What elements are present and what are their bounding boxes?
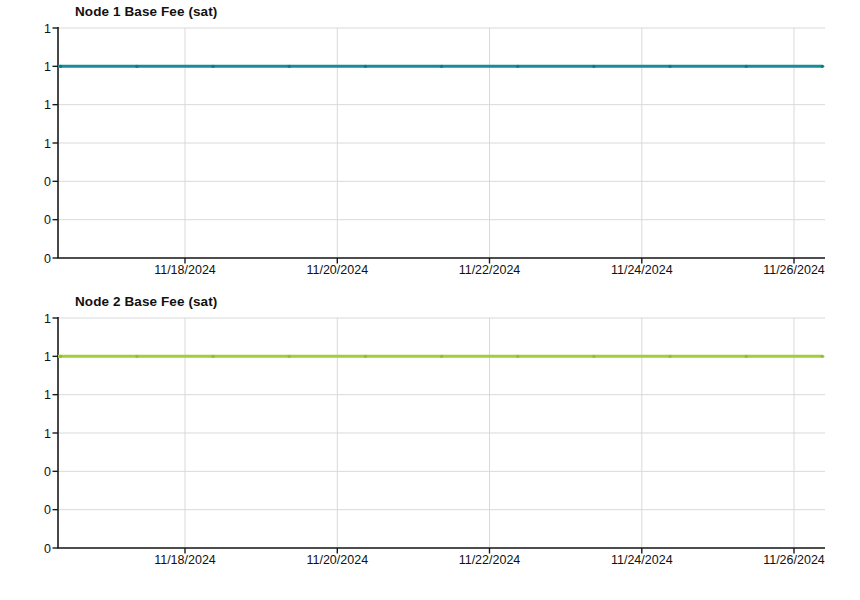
y-tick-label: 1 <box>44 427 51 441</box>
y-tick-label: 1 <box>44 388 51 402</box>
series-point-marker <box>592 355 595 358</box>
series-point-marker <box>135 65 138 68</box>
charts-page: Node 1 Base Fee (sat) 111100011/18/20241… <box>0 0 860 600</box>
y-tick-label: 1 <box>44 22 51 36</box>
series-point-marker <box>59 65 62 68</box>
series-point-marker <box>592 65 595 68</box>
series-point-marker <box>516 65 519 68</box>
x-tick-label: 11/26/2024 <box>763 263 825 277</box>
chart-plot-node1: 111100011/18/202411/20/202411/22/202411/… <box>0 0 860 290</box>
series-point-marker <box>288 355 291 358</box>
series-point-marker <box>821 65 824 68</box>
x-tick-label: 11/22/2024 <box>459 553 521 567</box>
y-tick-label: 0 <box>44 503 51 517</box>
x-tick-label: 11/20/2024 <box>306 553 368 567</box>
x-tick-label: 11/18/2024 <box>154 553 216 567</box>
series-point-marker <box>668 355 671 358</box>
series-point-marker <box>364 355 367 358</box>
y-tick-label: 0 <box>44 175 51 189</box>
chart-node2-base-fee: Node 2 Base Fee (sat) 111100011/18/20241… <box>0 290 860 580</box>
y-tick-label: 0 <box>44 252 51 266</box>
series-point-marker <box>745 65 748 68</box>
y-tick-label: 0 <box>44 542 51 556</box>
y-tick-label: 0 <box>44 213 51 227</box>
x-tick-label: 11/22/2024 <box>459 263 521 277</box>
series-point-marker <box>364 65 367 68</box>
series-point-marker <box>288 65 291 68</box>
series-point-marker <box>821 355 824 358</box>
series-point-marker <box>440 65 443 68</box>
y-tick-label: 1 <box>44 137 51 151</box>
y-tick-label: 1 <box>44 98 51 112</box>
series-point-marker <box>135 355 138 358</box>
x-tick-label: 11/20/2024 <box>306 263 368 277</box>
chart-plot-node2: 111100011/18/202411/20/202411/22/202411/… <box>0 290 860 580</box>
series-point-marker <box>211 355 214 358</box>
series-point-marker <box>745 355 748 358</box>
chart-node1-base-fee: Node 1 Base Fee (sat) 111100011/18/20241… <box>0 0 860 290</box>
x-tick-label: 11/24/2024 <box>611 553 673 567</box>
y-tick-label: 1 <box>44 312 51 326</box>
x-tick-label: 11/26/2024 <box>763 553 825 567</box>
series-point-marker <box>59 355 62 358</box>
x-tick-label: 11/24/2024 <box>611 263 673 277</box>
series-point-marker <box>516 355 519 358</box>
series-point-marker <box>440 355 443 358</box>
y-tick-label: 1 <box>44 350 51 364</box>
series-point-marker <box>211 65 214 68</box>
x-tick-label: 11/18/2024 <box>154 263 216 277</box>
series-point-marker <box>668 65 671 68</box>
y-tick-label: 0 <box>44 465 51 479</box>
y-tick-label: 1 <box>44 60 51 74</box>
